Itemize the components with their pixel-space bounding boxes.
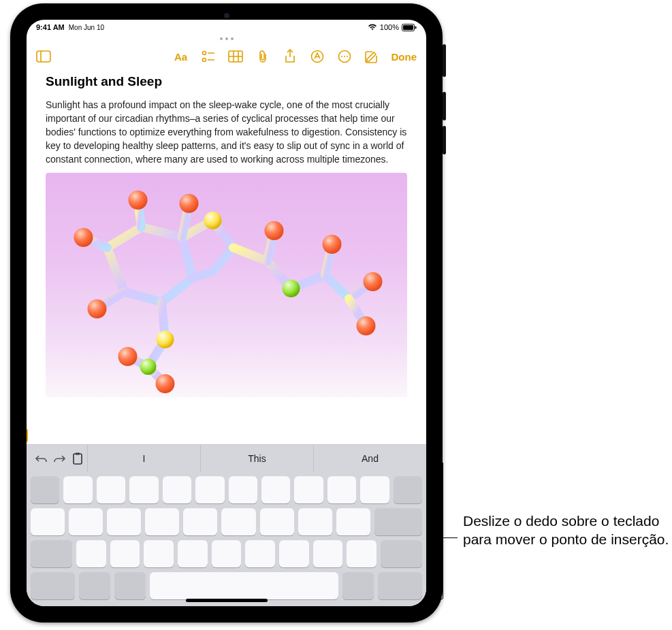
keyboard-key-blank[interactable]: [260, 508, 294, 535]
keyboard-key-blank[interactable]: [394, 476, 422, 503]
svg-point-17: [347, 56, 348, 57]
keyboard-key-blank[interactable]: [347, 540, 377, 567]
attachment-button[interactable]: [253, 46, 273, 67]
svg-point-29: [204, 212, 222, 229]
sidebar-toggle-button[interactable]: [33, 46, 54, 67]
keyboard-key-blank[interactable]: [212, 540, 242, 567]
keyboard-key-blank[interactable]: [336, 508, 370, 535]
svg-rect-3: [37, 51, 50, 62]
keyboard-key-blank[interactable]: [298, 508, 332, 535]
keyboard-key-blank[interactable]: [144, 540, 174, 567]
svg-point-25: [364, 272, 383, 291]
callout-leader-line: [443, 537, 458, 538]
more-button[interactable]: [334, 46, 355, 67]
svg-point-28: [156, 374, 175, 393]
keyboard-suggestion[interactable]: I: [88, 445, 201, 472]
keyboard-space-key[interactable]: [150, 572, 338, 599]
keyboard-key-blank[interactable]: [374, 508, 422, 535]
keyboard-keys[interactable]: [27, 472, 426, 606]
keyboard-suggestion[interactable]: This: [201, 445, 314, 472]
keyboard-key-blank[interactable]: [313, 540, 343, 567]
keyboard-key-blank[interactable]: [261, 476, 290, 503]
svg-point-21: [74, 228, 93, 247]
keyboard-key-blank[interactable]: [76, 540, 106, 567]
keyboard-key-blank[interactable]: [31, 540, 72, 567]
keyboard-key-blank[interactable]: [145, 508, 179, 535]
svg-point-20: [180, 194, 199, 213]
keyboard-key-blank[interactable]: [31, 572, 75, 599]
clipboard-button[interactable]: [73, 452, 82, 465]
svg-point-23: [265, 221, 284, 240]
svg-rect-2: [415, 26, 417, 29]
svg-point-19: [129, 190, 148, 210]
svg-point-16: [344, 56, 345, 57]
svg-point-30: [157, 331, 174, 348]
svg-rect-1: [403, 25, 413, 30]
undo-button[interactable]: [35, 454, 47, 463]
note-body[interactable]: Sunlight and Sleep Sunlight has a profou…: [27, 70, 426, 444]
svg-point-26: [357, 316, 376, 335]
keyboard-key-blank[interactable]: [294, 476, 323, 503]
keyboard-key-blank[interactable]: [195, 476, 224, 503]
keyboard-key-blank[interactable]: [129, 476, 158, 503]
redo-button[interactable]: [54, 454, 66, 463]
svg-point-27: [118, 347, 138, 366]
keyboard-key-blank[interactable]: [327, 476, 356, 503]
notes-toolbar: Aa: [27, 43, 426, 70]
battery-icon: [402, 24, 417, 31]
keyboard-key-blank[interactable]: [110, 540, 140, 567]
keyboard-key-blank[interactable]: [31, 508, 65, 535]
svg-point-24: [323, 235, 342, 254]
keyboard-key-blank[interactable]: [381, 540, 422, 567]
keyboard-key-blank[interactable]: [221, 508, 255, 535]
keyboard-key-blank[interactable]: [114, 572, 146, 599]
markup-button[interactable]: [307, 46, 327, 67]
share-button[interactable]: [280, 46, 300, 67]
svg-point-15: [341, 56, 342, 57]
format-text-button[interactable]: Aa: [171, 46, 191, 67]
svg-point-7: [202, 59, 206, 62]
keyboard-key-blank[interactable]: [360, 476, 389, 503]
svg-point-31: [283, 280, 300, 297]
keyboard-key-blank[interactable]: [97, 476, 125, 503]
table-button[interactable]: [225, 46, 246, 67]
keyboard-key-blank[interactable]: [79, 572, 110, 599]
battery-percent-label: 100%: [380, 23, 399, 31]
done-button[interactable]: Done: [389, 51, 420, 63]
volume-down-button: [443, 126, 446, 154]
compose-button[interactable]: [362, 46, 382, 67]
wifi-icon: [368, 24, 377, 31]
keyboard-suggestion-bar: I This And: [27, 445, 426, 472]
keyboard-key-blank[interactable]: [107, 508, 141, 535]
keyboard-key-blank[interactable]: [279, 540, 309, 567]
keyboard-key-blank[interactable]: [378, 572, 422, 599]
keyboard-key-blank[interactable]: [163, 476, 191, 503]
power-button: [443, 44, 446, 77]
note-paragraph[interactable]: Sunlight has a profound impact on the sl…: [46, 99, 407, 166]
status-bar: 9:41 AM Mon Jun 10 100%: [27, 20, 426, 35]
svg-point-5: [202, 52, 206, 55]
note-image[interactable]: [46, 173, 407, 397]
keyboard-key-blank[interactable]: [63, 476, 92, 503]
keyboard-key-blank[interactable]: [69, 508, 103, 535]
keyboard-key-blank[interactable]: [178, 540, 208, 567]
status-date: Mon Jun 10: [69, 24, 104, 31]
svg-point-32: [140, 359, 157, 375]
keyboard-key-blank[interactable]: [342, 572, 374, 599]
screen: 9:41 AM Mon Jun 10 100%: [27, 20, 426, 606]
checklist-button[interactable]: [198, 46, 219, 67]
keyboard-suggestion[interactable]: And: [314, 445, 426, 472]
note-title[interactable]: Sunlight and Sleep: [46, 74, 407, 89]
text-cursor: [27, 429, 28, 442]
keyboard-key-blank[interactable]: [229, 476, 257, 503]
keyboard-key-blank[interactable]: [183, 508, 217, 535]
keyboard-key-blank[interactable]: [31, 476, 59, 503]
home-indicator[interactable]: [186, 599, 268, 602]
keyboard-trackpad-mode[interactable]: I This And: [27, 444, 426, 606]
keyboard-key-blank[interactable]: [245, 540, 275, 567]
callout-bracket-tick: [437, 463, 443, 463]
multitask-dots-icon[interactable]: [27, 35, 426, 43]
svg-rect-33: [74, 454, 82, 464]
status-time: 9:41 AM: [36, 23, 65, 31]
volume-up-button: [443, 92, 446, 120]
